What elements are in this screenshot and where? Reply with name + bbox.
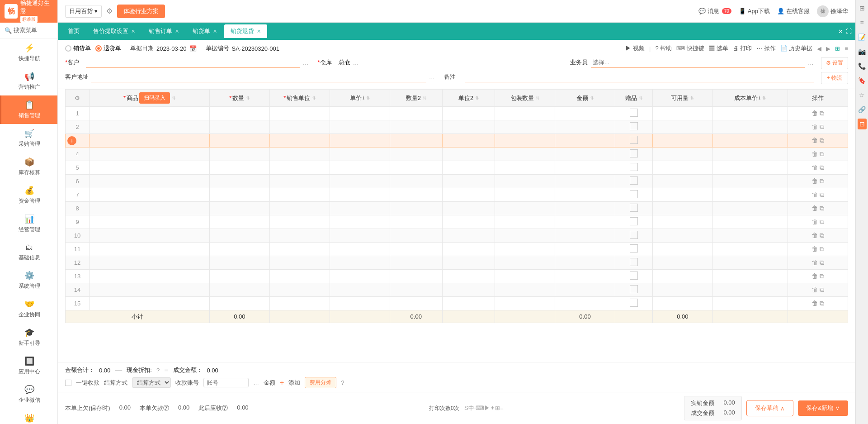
cost-price-cell[interactable] <box>712 202 788 215</box>
gift-checkbox[interactable] <box>630 122 638 130</box>
qty2-cell[interactable] <box>390 256 442 270</box>
sidebar-item-system[interactable]: ⚙️ 系统管理 <box>0 266 57 295</box>
sidebar-item-enterprise[interactable]: 🤝 企业协同 <box>0 295 57 323</box>
rp-link-icon[interactable]: 🔗 <box>856 104 868 115</box>
qty2-cell[interactable] <box>390 270 442 283</box>
quantity-cell[interactable] <box>209 297 269 310</box>
pack-qty-cell[interactable] <box>495 256 555 270</box>
staff-dots[interactable]: … <box>808 59 814 66</box>
address-input[interactable] <box>91 71 426 82</box>
quantity-cell[interactable] <box>209 161 269 175</box>
sidebar-item-inventory[interactable]: 📦 库存核算 <box>0 152 57 181</box>
gift-checkbox[interactable] <box>630 176 638 185</box>
sales-unit-cell[interactable] <box>269 161 330 175</box>
next-icon[interactable]: ▶ <box>826 45 830 52</box>
unit2-cell[interactable] <box>442 229 495 243</box>
fee-help-icon[interactable]: ? <box>341 379 344 386</box>
unit2-cell[interactable] <box>442 243 495 256</box>
delete-row-button[interactable]: 🗑 <box>811 164 818 171</box>
quantity-cell[interactable] <box>209 243 269 256</box>
calc-method-select[interactable]: 结算方式 <box>132 377 171 388</box>
available-cell[interactable] <box>652 202 712 215</box>
product-cell[interactable] <box>90 243 210 256</box>
pack-qty-cell[interactable] <box>495 215 555 229</box>
gift-checkbox[interactable] <box>630 285 638 293</box>
unit-price-cell[interactable] <box>330 215 390 229</box>
unit-price-cell[interactable] <box>330 134 390 148</box>
unit-price-cell[interactable] <box>330 175 390 188</box>
product-cell[interactable] <box>90 161 210 175</box>
unit2-cell[interactable] <box>442 161 495 175</box>
amount-cell[interactable] <box>555 107 615 120</box>
qty2-cell[interactable] <box>390 134 442 148</box>
qty2-sort-icon[interactable]: ⇅ <box>423 95 426 100</box>
price-sort-icon[interactable]: ⇅ <box>366 95 370 100</box>
delete-row-button[interactable]: 🗑 <box>811 137 818 144</box>
product-cell[interactable] <box>90 270 210 283</box>
experience-button[interactable]: 体验行业方案 <box>117 5 165 18</box>
quantity-cell[interactable] <box>209 256 269 270</box>
copy-row-button[interactable]: ⧉ <box>820 137 824 144</box>
unit-price-cell[interactable] <box>330 297 390 310</box>
operation-btn[interactable]: ⋯ 操作 <box>756 44 776 52</box>
copy-row-button[interactable]: ⧉ <box>820 259 824 267</box>
save-draft-button[interactable]: 保存草稿 ∧ <box>746 400 793 416</box>
tab-sales-order[interactable]: 销售订单 ✕ <box>142 24 185 38</box>
one-click-pay-checkbox[interactable] <box>65 380 71 386</box>
sales-unit-cell[interactable] <box>269 188 330 202</box>
close-tab-price[interactable]: ✕ <box>131 29 135 34</box>
sidebar-item-operation[interactable]: 📊 经营管理 <box>0 210 57 238</box>
copy-row-button[interactable]: ⧉ <box>820 191 824 199</box>
pack-qty-cell[interactable] <box>495 243 555 256</box>
sidebar-item-sales[interactable]: 📋 销售管理 <box>0 95 57 124</box>
unit2-cell[interactable] <box>442 256 495 270</box>
copy-row-button[interactable]: ⧉ <box>820 300 824 307</box>
product-cell[interactable] <box>90 256 210 270</box>
pack-qty-cell[interactable] <box>495 161 555 175</box>
gift-checkbox[interactable] <box>630 204 638 212</box>
discount-help-icon[interactable]: ? <box>156 367 160 374</box>
available-cell[interactable] <box>652 256 712 270</box>
copy-row-button[interactable]: ⧉ <box>820 232 824 239</box>
gift-checkbox[interactable] <box>630 272 638 280</box>
calendar-icon[interactable]: 📅 <box>189 45 197 52</box>
qty2-cell[interactable] <box>390 161 442 175</box>
staff-input[interactable] <box>591 57 805 68</box>
rp-list-icon[interactable]: ≡ <box>858 17 865 28</box>
available-cell[interactable] <box>652 134 712 148</box>
available-cell[interactable] <box>652 283 712 297</box>
table-gear-icon[interactable]: ⚙ <box>75 95 80 101</box>
product-input[interactable] <box>91 137 208 144</box>
available-cell[interactable] <box>652 297 712 310</box>
unit2-sort-icon[interactable]: ⇅ <box>475 95 479 100</box>
product-cell[interactable] <box>90 148 210 161</box>
customer-dots[interactable]: … <box>303 59 309 66</box>
search-menu-item[interactable]: 🔍 搜索菜单 <box>0 23 57 38</box>
pack-qty-cell[interactable] <box>495 148 555 161</box>
unit-price-cell[interactable] <box>330 243 390 256</box>
warehouse-dots[interactable]: … <box>353 59 359 66</box>
avail-sort-icon[interactable]: ⇅ <box>690 95 694 100</box>
quantity-cell[interactable] <box>209 202 269 215</box>
pack-qty-cell[interactable] <box>495 229 555 243</box>
cost-price-cell[interactable] <box>712 256 788 270</box>
sidebar-item-newbie[interactable]: 🎓 新手引导 <box>0 323 57 352</box>
sales-unit-cell[interactable] <box>269 297 330 310</box>
sidebar-item-quick-nav[interactable]: ⚡ 快捷导航 <box>0 38 57 67</box>
quantity-cell[interactable] <box>209 283 269 297</box>
cost-price-cell[interactable] <box>712 107 788 120</box>
sales-unit-cell[interactable] <box>269 107 330 120</box>
gift-checkbox[interactable] <box>630 231 638 239</box>
product-cell[interactable] <box>90 188 210 202</box>
gift-checkbox[interactable] <box>630 109 638 117</box>
available-cell[interactable] <box>652 107 712 120</box>
unit2-cell[interactable] <box>442 188 495 202</box>
prev-icon[interactable]: ◀ <box>817 45 821 52</box>
unit2-cell[interactable] <box>442 297 495 310</box>
pack-qty-cell[interactable] <box>495 134 555 148</box>
qty2-cell[interactable] <box>390 243 442 256</box>
amount-cell[interactable] <box>555 148 615 161</box>
copy-row-button[interactable]: ⧉ <box>820 110 824 117</box>
copy-row-button[interactable]: ⧉ <box>820 150 824 158</box>
unit2-cell[interactable] <box>442 148 495 161</box>
